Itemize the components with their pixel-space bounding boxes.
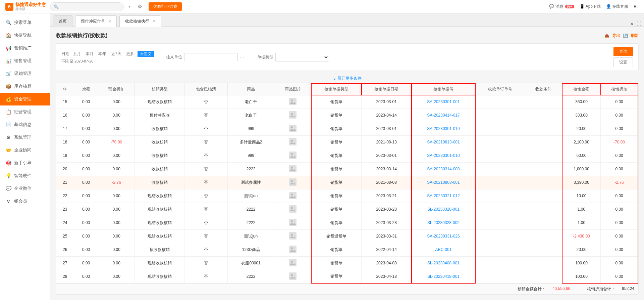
doc-no-link[interactable]: SA-20230321-012 bbox=[427, 194, 460, 198]
col-product: 商品 bbox=[227, 83, 274, 95]
sidebar-item-search-label: 搜索菜单 bbox=[14, 19, 32, 26]
cell-discount: 0.00 bbox=[601, 122, 638, 135]
date-range-text: 不限 至 2023-07-26 bbox=[61, 59, 93, 63]
svg-point-13 bbox=[291, 180, 293, 182]
sidebar-item-search[interactable]: 🔍 搜索菜单 bbox=[0, 16, 50, 29]
this-year-link[interactable]: 本年 bbox=[97, 50, 108, 57]
online-service-link[interactable]: 👤 在线客服 bbox=[606, 4, 628, 9]
solution-button[interactable]: 休验行业方案 bbox=[149, 2, 182, 11]
doc-no-link[interactable]: SA-20230331-026 bbox=[427, 234, 460, 239]
from-unit-input[interactable] bbox=[184, 53, 238, 61]
tab-prepay-close-icon[interactable]: ✕ bbox=[108, 19, 111, 23]
app-download-link[interactable]: 📱 App下载 bbox=[580, 4, 601, 9]
settings-button[interactable]: 设置 bbox=[613, 57, 633, 67]
cell-product: 多计量商品2 bbox=[227, 135, 274, 149]
window-close-icon[interactable]: ✕ bbox=[630, 21, 634, 27]
doc-no-link[interactable]: SA-20230301-010 bbox=[427, 153, 460, 158]
cell-doc-date: 2023-03-21 bbox=[362, 189, 412, 203]
sidebar-item-finance[interactable]: 💰 资金管理 bbox=[0, 93, 50, 105]
cell-pay-terms bbox=[525, 109, 562, 122]
svg-rect-6 bbox=[289, 138, 297, 145]
cell-included: 否 bbox=[184, 203, 228, 216]
sidebar-item-member[interactable]: V 畅会员 bbox=[0, 195, 50, 208]
tab-receipts[interactable]: 收款核销执行 ✕ bbox=[119, 15, 161, 27]
doc-no-link[interactable]: SA-20230301-010 bbox=[427, 126, 460, 131]
message-label: 消息 bbox=[555, 4, 564, 9]
doc-no-link[interactable]: SA-20230314-008 bbox=[427, 167, 460, 171]
message-link[interactable]: 💬 消息 99+ bbox=[549, 4, 574, 9]
cell-doc-no: SA-20230301-001 bbox=[412, 95, 475, 109]
doc-no-link[interactable]: SL-20230328-002 bbox=[427, 220, 460, 225]
doc-no-link[interactable]: SL-20230418-001 bbox=[427, 274, 460, 279]
sidebar-item-wechat[interactable]: 💬 企业微信 bbox=[0, 182, 50, 195]
dropdown-arrow-icon[interactable]: ▼ bbox=[128, 5, 131, 8]
sidebar-item-guide[interactable]: 🎯 新手引导 bbox=[0, 157, 50, 169]
svg-rect-14 bbox=[289, 192, 297, 199]
refresh-button[interactable]: 刷新 bbox=[631, 33, 639, 39]
tab-prepay[interactable]: 预付冲应付单 ✕ bbox=[75, 15, 117, 27]
cell-doc-date: 2023-03-28 bbox=[362, 203, 412, 216]
export-button[interactable]: 导出 bbox=[612, 33, 620, 39]
receipt-type-select[interactable] bbox=[275, 53, 329, 61]
sidebar-item-hardware[interactable]: 💡 智能硬件 bbox=[0, 169, 50, 182]
filter-bar: 日期 上月 本月 本年 近7天 更多 自定义 不限 至 2023-07-26 往… bbox=[56, 43, 639, 71]
more-link[interactable]: 更多 bbox=[125, 50, 136, 57]
date-range-display: 不限 至 2023-07-26 bbox=[61, 59, 154, 64]
sidebar-item-purchase[interactable]: 🛒 采购管理 bbox=[0, 67, 50, 80]
this-month-link[interactable]: 本月 bbox=[84, 50, 95, 57]
settings-icon[interactable]: ⚙ bbox=[135, 2, 145, 11]
sidebar-item-marketing-label: 营销推广 bbox=[14, 45, 32, 51]
cell-doc-date: 2023-04-08 bbox=[362, 256, 412, 270]
cell-order-no bbox=[475, 95, 525, 109]
svg-point-19 bbox=[291, 220, 293, 222]
total-amount-label: 核销金额合计： bbox=[518, 286, 546, 292]
cell-amount: 60.00 bbox=[562, 149, 601, 162]
table-row: 17 0.00 0.00 收款核销 否 999 销货单 2023-03-01 S… bbox=[56, 122, 638, 135]
chevron-down-icon: ∨ bbox=[333, 76, 336, 81]
custom-date-button[interactable]: 自定义 bbox=[138, 51, 154, 57]
cell-verify-type: 收款核销 bbox=[135, 176, 184, 189]
sidebar-item-inventory[interactable]: 📦 库存核算 bbox=[0, 80, 50, 93]
sidebar-item-shortcut[interactable]: 🏠 快捷导航 bbox=[0, 29, 50, 42]
cell-balance: 0.00 bbox=[74, 256, 98, 270]
cell-discount: 0.00 bbox=[601, 189, 638, 203]
doc-no-link[interactable]: SL-20230408-001 bbox=[427, 261, 460, 265]
svg-rect-18 bbox=[289, 219, 297, 226]
finance-icon: 💰 bbox=[5, 96, 11, 102]
doc-no-link[interactable]: SA-20230301-001 bbox=[427, 99, 460, 104]
sidebar-item-basic[interactable]: 📄 基础信息 bbox=[0, 118, 50, 131]
cell-doc-no: ABC-001 bbox=[412, 243, 475, 256]
doc-no-link[interactable]: SA-20230414-017 bbox=[427, 113, 460, 118]
col-settings[interactable]: ⚙ bbox=[56, 83, 74, 95]
sidebar-item-system[interactable]: ⚙ 系统管理 bbox=[0, 131, 50, 144]
cell-amount: 1.00 bbox=[562, 216, 601, 229]
enterprise-icon: 🤝 bbox=[5, 147, 11, 153]
tab-receipts-close-icon[interactable]: ✕ bbox=[153, 19, 155, 23]
tab-home[interactable]: 首页 bbox=[53, 15, 72, 27]
hardware-icon: 💡 bbox=[5, 173, 11, 178]
sidebar-item-sales[interactable]: 📊 销售管理 bbox=[0, 54, 50, 67]
sidebar-item-finance-label: 资金管理 bbox=[14, 96, 32, 102]
doc-no-link[interactable]: SL-20230328-001 bbox=[427, 207, 460, 212]
sidebar-item-marketing[interactable]: 📢 营销推广 bbox=[0, 42, 50, 54]
last7-link[interactable]: 近7天 bbox=[110, 50, 123, 57]
query-button[interactable]: 查询 bbox=[613, 47, 633, 56]
user-name[interactable]: Rit bbox=[634, 4, 639, 9]
cell-product: 测试jun bbox=[227, 229, 274, 243]
sidebar-item-operations[interactable]: 📋 经营管理 bbox=[0, 105, 50, 118]
doc-no-link[interactable]: SA-20210813-001 bbox=[427, 140, 460, 144]
sidebar-item-enterprise[interactable]: 🤝 企业协同 bbox=[0, 144, 50, 157]
cell-order-no bbox=[475, 256, 525, 270]
cell-doc-date: 2023-03-01 bbox=[362, 122, 412, 135]
from-unit-filter: 往来单位 ··· bbox=[166, 53, 245, 61]
search-box[interactable]: 🔍 bbox=[50, 2, 124, 11]
window-maximize-icon[interactable]: ⛶ bbox=[637, 21, 641, 27]
doc-no-link[interactable]: SA-20210808-001 bbox=[427, 180, 460, 185]
table-row: 21 0.00 -2.76 收款核销 否 测试多属性 销货单 2021-08-0… bbox=[56, 176, 638, 189]
last-month-link[interactable]: 上月 bbox=[71, 50, 82, 57]
cell-included: 否 bbox=[184, 135, 228, 149]
doc-no-link[interactable]: ABC-001 bbox=[435, 247, 452, 252]
svg-point-11 bbox=[291, 167, 293, 169]
expand-more-bar[interactable]: ∨ 展开更多条件 bbox=[56, 74, 639, 83]
cell-verify-type: 收款核销 bbox=[135, 162, 184, 176]
